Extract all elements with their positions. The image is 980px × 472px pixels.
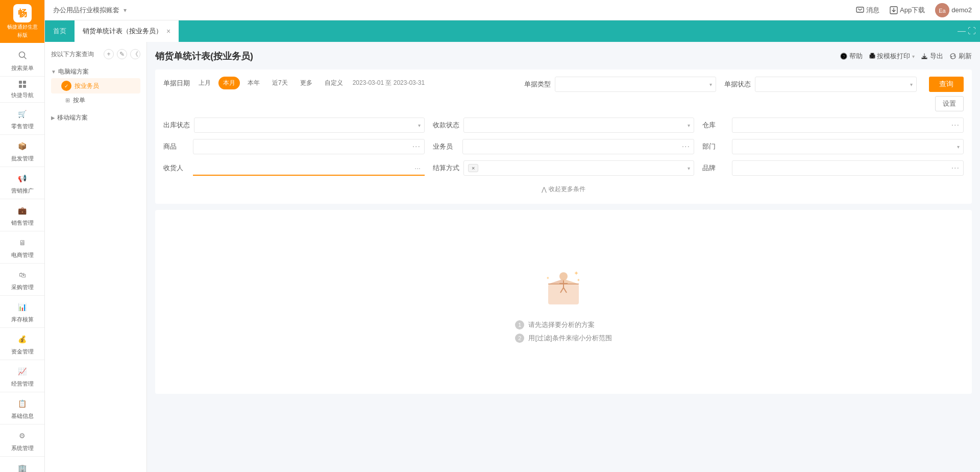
sidebar-item-inventory[interactable]: 📊 库存核算 xyxy=(0,296,44,328)
edit-scheme-button[interactable]: ✎ xyxy=(117,49,127,59)
empty-state: ✦ ✦ ✦ 1 请先选择要分析的方案 2 用[过滤]条件来缩小分析范围 xyxy=(155,230,972,373)
tab-home-label: 首页 xyxy=(53,27,66,36)
department-select-wrapper: ▾ xyxy=(732,139,964,154)
doc-type-select[interactable] xyxy=(555,77,717,92)
goods-label: 商品 xyxy=(163,142,189,151)
outbound-select[interactable] xyxy=(194,117,425,133)
scheme-group-desktop-header[interactable]: ▼ 电脑端方案 xyxy=(51,65,140,78)
svg-text:Ea: Ea xyxy=(939,8,946,14)
settlement-tag-x[interactable]: × xyxy=(472,165,475,171)
sidebar-logo[interactable]: 畅 畅捷通好生意 标版 xyxy=(0,0,44,43)
purchase-label: 采购管理 xyxy=(11,284,34,291)
marketing-label: 营销推广 xyxy=(11,187,34,195)
top-header: 办公用品行业模拟账套 ▾ 消息 App下载 xyxy=(45,0,980,20)
breadcrumb: 办公用品行业模拟账套 xyxy=(53,6,119,15)
user-profile-button[interactable]: Ea demo2 xyxy=(935,3,972,17)
scheme-sub-item-doc[interactable]: ⊞ 按单 xyxy=(51,93,140,107)
scheme-section: ▼ 电脑端方案 ✓ 按业务员 ⊞ 按单 ▶ 移动端方案 xyxy=(45,63,146,126)
tab-sales-stat[interactable]: 销货单统计表（按业务员） × xyxy=(75,20,179,42)
scheme-group-desktop-label: 电脑端方案 xyxy=(58,67,89,76)
tab-home[interactable]: 首页 xyxy=(45,20,75,42)
ecommerce-label: 电商管理 xyxy=(11,251,34,259)
query-button[interactable]: 查询 xyxy=(929,77,964,92)
ecommerce-icon: 🖥 xyxy=(15,235,30,250)
receiver-dots: ··· xyxy=(414,164,421,172)
sidebar-item-retail[interactable]: 🛒 零售管理 xyxy=(0,103,44,135)
date-more[interactable]: 更多 xyxy=(296,77,317,89)
export-button[interactable]: 导出 xyxy=(921,52,943,61)
payment-select[interactable] xyxy=(463,117,694,133)
quick-nav-icon xyxy=(18,80,27,90)
tab-bar: 首页 销货单统计表（按业务员） × — ⛶ xyxy=(45,20,980,42)
scheme-group-mobile: ▶ 移动端方案 xyxy=(45,110,146,125)
sidebar-item-marketing[interactable]: 📢 营销推广 xyxy=(0,167,44,199)
doc-status-select-wrapper: ▾ xyxy=(755,77,917,92)
tab-maximize-button[interactable]: ⛶ xyxy=(968,27,976,36)
settlement-select[interactable]: × xyxy=(463,160,694,176)
svg-rect-2 xyxy=(19,81,22,84)
payment-select-wrapper: ▾ xyxy=(463,117,694,133)
sidebar-item-operations[interactable]: 📈 经营管理 xyxy=(0,360,44,392)
add-scheme-button[interactable]: + xyxy=(104,49,114,59)
svg-rect-4 xyxy=(19,85,22,88)
sidebar-item-system[interactable]: ⚙ 系统管理 xyxy=(0,424,44,457)
quick-nav-item[interactable]: 快捷导航 xyxy=(0,77,44,103)
date-custom[interactable]: 自定义 xyxy=(320,77,348,89)
refresh-button[interactable]: 刷新 xyxy=(949,52,972,61)
scheme-active-icon: ✓ xyxy=(61,81,71,91)
step-1-num: 1 xyxy=(515,320,524,329)
tab-bar-end: — ⛶ xyxy=(955,27,980,36)
collapse-button[interactable]: ⋀ 收起更多条件 xyxy=(542,185,585,194)
scheme-item-salesperson[interactable]: ✓ 按业务员 xyxy=(51,78,140,93)
payment-label: 收款状态 xyxy=(433,121,459,130)
main-area: 办公用品行业模拟账套 ▾ 消息 App下载 xyxy=(45,0,980,472)
sidebar-item-purchase[interactable]: 🛍 采购管理 xyxy=(0,264,44,296)
brand-select[interactable] xyxy=(732,160,964,176)
sidebar-item-finance[interactable]: 💰 资金管理 xyxy=(0,328,44,360)
department-select[interactable] xyxy=(732,139,964,154)
date-this-month[interactable]: 本月 xyxy=(218,77,240,89)
retail-label: 零售管理 xyxy=(11,123,34,130)
sidebar-item-ecommerce[interactable]: 🖥 电商管理 xyxy=(0,231,44,264)
sidebar-item-basic[interactable]: 📋 基础信息 xyxy=(0,392,44,424)
goods-select[interactable] xyxy=(193,139,425,154)
search-menu-item[interactable]: 搜索菜单 xyxy=(0,43,44,77)
sidebar-item-sales[interactable]: 💼 销售管理 xyxy=(0,199,44,231)
step-2-text: 用[过滤]条件来缩小分析范围 xyxy=(528,334,611,343)
message-button[interactable]: 消息 xyxy=(856,6,879,15)
header-right: 消息 App下载 Ea demo2 xyxy=(856,3,972,17)
print-button[interactable]: 按模板打印 ▾ xyxy=(869,52,915,61)
date-7days[interactable]: 近7天 xyxy=(267,77,292,89)
receiver-input[interactable] xyxy=(193,160,425,176)
svg-text:✦: ✦ xyxy=(577,278,580,282)
svg-line-1 xyxy=(24,57,26,59)
finance-label: 资金管理 xyxy=(11,348,34,356)
collapse-panel-button[interactable]: 《 xyxy=(130,49,140,59)
warehouse-select[interactable] xyxy=(732,117,964,133)
date-this-year[interactable]: 本年 xyxy=(243,77,264,89)
user-avatar: Ea xyxy=(935,3,949,17)
doc-status-select[interactable] xyxy=(755,77,917,92)
message-icon xyxy=(856,6,864,14)
tab-minimize-button[interactable]: — xyxy=(958,27,966,36)
sidebar-item-enterprise[interactable]: 🏢 企业协同 xyxy=(0,457,44,472)
sidebar-item-wholesale[interactable]: 📦 批发管理 xyxy=(0,135,44,167)
outbound-filter: 出库状态 ▾ xyxy=(163,117,425,133)
settings-button[interactable]: 设置 xyxy=(935,96,964,111)
app-download-button[interactable]: App下载 xyxy=(890,6,925,15)
help-button[interactable]: ? 帮助 xyxy=(840,52,863,61)
salesperson-select[interactable] xyxy=(462,139,694,154)
warehouse-select-wrapper: ··· xyxy=(732,117,964,133)
tab-close-button[interactable]: × xyxy=(166,27,170,35)
scheme-group-mobile-header[interactable]: ▶ 移动端方案 xyxy=(51,111,140,124)
left-panel-title: 按以下方案查询 xyxy=(51,50,94,59)
inventory-label: 库存核算 xyxy=(11,316,34,323)
empty-steps: 1 请先选择要分析的方案 2 用[过滤]条件来缩小分析范围 xyxy=(515,320,611,343)
scheme-sub-item-doc-label: 按单 xyxy=(73,96,85,105)
app-download-label: App下载 xyxy=(900,6,925,15)
date-last-month[interactable]: 上月 xyxy=(194,77,215,89)
salesperson-label: 业务员 xyxy=(433,142,458,151)
settlement-label: 结算方式 xyxy=(433,163,459,173)
scheme-group-desktop: ▼ 电脑端方案 ✓ 按业务员 ⊞ 按单 xyxy=(45,64,146,108)
basic-icon: 📋 xyxy=(15,396,30,411)
